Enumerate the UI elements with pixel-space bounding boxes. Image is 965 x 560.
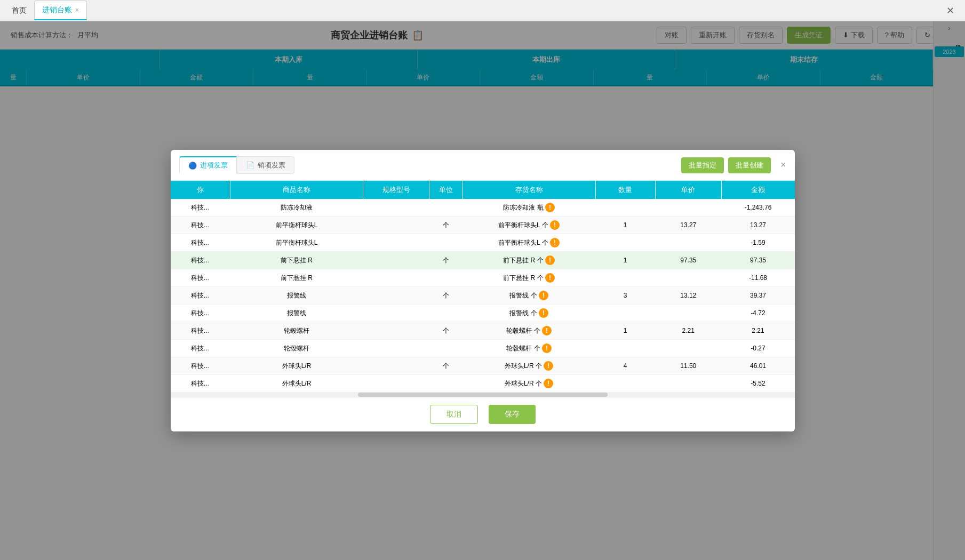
cell-spec — [363, 252, 429, 269]
cell-inventory: 防冻冷却液 瓶 ! — [462, 199, 595, 217]
cell-product: 外球头L/R — [230, 357, 363, 375]
cell-spec — [363, 199, 429, 217]
tab-sales-icon: 📄 — [246, 161, 254, 169]
cell-amount: 97.35 — [722, 252, 795, 269]
batch-assign-button[interactable]: 批量指定 — [681, 157, 724, 173]
invoice-table: 你 商品名称 规格型号 单位 存货名称 数量 单价 金额 科技… 防冻冷却液 — [171, 181, 795, 393]
th-qty: 数量 — [595, 181, 655, 199]
cell-inventory: 报警线 个 ! — [462, 305, 595, 322]
cancel-button[interactable]: 取消 — [430, 405, 478, 424]
cell-unit: 个 — [429, 322, 462, 340]
cell-amount: 13.27 — [722, 217, 795, 234]
th-amount: 金额 — [722, 181, 795, 199]
modal-tabs: 🔵 进项发票 📄 销项发票 — [179, 156, 294, 174]
tab-active-label: 进销台账 — [42, 5, 72, 15]
cell-inventory: 外球头L/R 个 ! — [462, 375, 595, 393]
tab-purchase-label: 进项发票 — [200, 161, 228, 170]
tab-home[interactable]: 首页 — [4, 2, 34, 20]
warning-icon: ! — [539, 308, 548, 318]
cell-price: 13.12 — [655, 287, 721, 305]
cell-name: 科技… — [171, 252, 230, 269]
cell-unit — [429, 269, 462, 287]
main-area: 销售成本计算方法： 月平均 商贸企业进销台账 📋 对账 重新开账 存货别名 生成… — [0, 21, 965, 560]
cell-spec — [363, 234, 429, 252]
cell-price: 97.35 — [655, 252, 721, 269]
cell-qty — [595, 305, 655, 322]
cell-product: 报警线 — [230, 305, 363, 322]
save-button[interactable]: 保存 — [489, 405, 536, 424]
inventory-name: 前平衡杆球头L 个 — [498, 239, 548, 246]
tab-active[interactable]: 进销台账 × — [34, 1, 87, 20]
cell-price: 13.27 — [655, 217, 721, 234]
cell-inventory: 前平衡杆球头L 个 ! — [462, 217, 595, 234]
warning-icon: ! — [545, 255, 555, 265]
batch-create-button[interactable]: 批量创建 — [728, 157, 771, 173]
cell-spec — [363, 322, 429, 340]
cell-product: 前下悬挂 R — [230, 269, 363, 287]
cell-spec — [363, 340, 429, 357]
modal-close-button[interactable]: × — [780, 159, 786, 171]
tab-sales-label: 销项发票 — [258, 161, 285, 170]
modal-overlay: 🔵 进项发票 📄 销项发票 批量指定 批量创建 × — [0, 21, 965, 560]
warning-icon: ! — [545, 273, 555, 283]
cell-qty: 1 — [595, 322, 655, 340]
cell-unit — [429, 305, 462, 322]
cell-price: 11.50 — [655, 357, 721, 375]
th-spec: 规格型号 — [363, 181, 429, 199]
cell-amount: 46.01 — [722, 357, 795, 375]
cell-amount: 2.21 — [722, 322, 795, 340]
modal-footer: 取消 保存 — [171, 397, 795, 431]
table-row: 科技… 轮毂螺杆 个 轮毂螺杆 个 ! 1 2.21 2.21 — [171, 322, 795, 340]
cell-name: 科技… — [171, 287, 230, 305]
cell-name: 科技… — [171, 322, 230, 340]
cell-spec — [363, 357, 429, 375]
cell-qty — [595, 199, 655, 217]
cell-qty: 1 — [595, 217, 655, 234]
table-row: 科技… 报警线 个 报警线 个 ! 3 13.12 39.37 — [171, 287, 795, 305]
modal-scrollbar[interactable] — [171, 393, 795, 397]
cell-unit — [429, 375, 462, 393]
cell-spec — [363, 217, 429, 234]
warning-icon: ! — [542, 326, 552, 335]
cell-price — [655, 305, 721, 322]
cell-qty: 4 — [595, 357, 655, 375]
cell-inventory: 轮毂螺杆 个 ! — [462, 322, 595, 340]
tab-purchase-icon: 🔵 — [188, 162, 197, 170]
inventory-name: 前下悬挂 R 个 — [503, 274, 543, 282]
cell-amount: -1,243.76 — [722, 199, 795, 217]
cell-amount: -4.72 — [722, 305, 795, 322]
cell-qty — [595, 375, 655, 393]
window-close-button[interactable]: ✕ — [940, 5, 961, 17]
cell-product: 报警线 — [230, 287, 363, 305]
table-row: 科技… 防冻冷却液 防冻冷却液 瓶 ! -1,243.76 — [171, 199, 795, 217]
modal-header: 🔵 进项发票 📄 销项发票 批量指定 批量创建 × — [171, 150, 795, 181]
inventory-name: 报警线 个 — [509, 309, 537, 317]
cell-price — [655, 199, 721, 217]
cell-amount: -0.27 — [722, 340, 795, 357]
inventory-name: 轮毂螺杆 个 — [506, 327, 540, 334]
cell-qty: 3 — [595, 287, 655, 305]
tab-close-icon[interactable]: × — [75, 6, 79, 14]
cell-product: 外球头L/R — [230, 375, 363, 393]
cell-inventory: 前下悬挂 R 个 ! — [462, 269, 595, 287]
warning-icon: ! — [550, 220, 560, 230]
cell-name: 科技… — [171, 375, 230, 393]
table-row: 科技… 前平衡杆球头L 个 前平衡杆球头L 个 ! 1 13.27 13.27 — [171, 217, 795, 234]
cell-amount: -5.52 — [722, 375, 795, 393]
inventory-name: 轮毂螺杆 个 — [506, 345, 540, 352]
modal-dialog: 🔵 进项发票 📄 销项发票 批量指定 批量创建 × — [171, 150, 795, 431]
th-unit: 单位 — [429, 181, 462, 199]
tab-purchase-invoice[interactable]: 🔵 进项发票 — [179, 156, 237, 174]
cell-name: 科技… — [171, 217, 230, 234]
cell-spec — [363, 287, 429, 305]
table-row: 科技… 报警线 报警线 个 ! -4.72 — [171, 305, 795, 322]
tab-sales-invoice[interactable]: 📄 销项发票 — [237, 156, 294, 174]
modal-body: 你 商品名称 规格型号 单位 存货名称 数量 单价 金额 科技… 防冻冷却液 — [171, 181, 795, 393]
table-row: 科技… 前下悬挂 R 个 前下悬挂 R 个 ! 1 97.35 97.35 — [171, 252, 795, 269]
modal-scrollbar-thumb[interactable] — [358, 393, 608, 397]
cell-qty: 1 — [595, 252, 655, 269]
warning-icon: ! — [544, 379, 553, 388]
cell-inventory: 外球头L/R 个 ! — [462, 357, 595, 375]
cell-inventory: 前下悬挂 R 个 ! — [462, 252, 595, 269]
inventory-name: 报警线 个 — [509, 292, 537, 299]
